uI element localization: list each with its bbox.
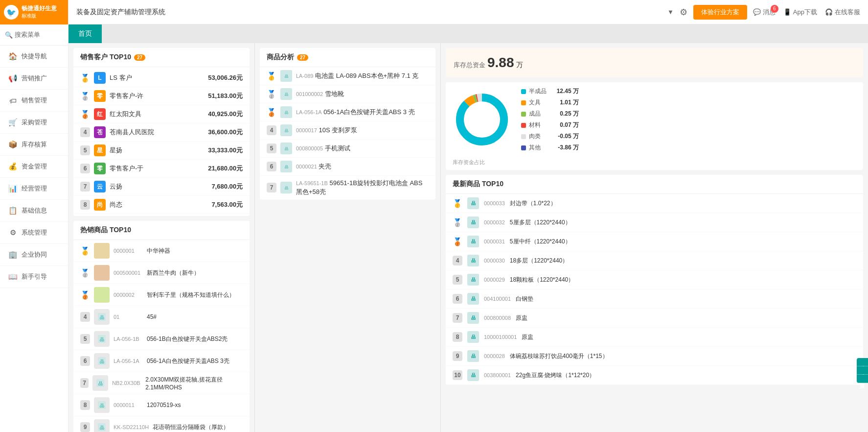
product-analysis-item: 6 品 0000021 夹壳 — [260, 158, 435, 176]
nav-icon-sales: 🏷 — [8, 96, 18, 105]
float-btn-服务社区[interactable]: 服务社区 — [857, 366, 868, 375]
hot-product-item: 4 品 01 45# — [73, 306, 250, 328]
sidebar-item-inventory[interactable]: 📦库存核算 — [0, 134, 68, 156]
rank-num-6: 6 — [267, 162, 276, 171]
customer-rank-item: 5 星 星扬 33,333.00元 — [73, 142, 250, 160]
messages-button[interactable]: 💬 消息 6 — [753, 8, 776, 17]
customer-rank-item: 6 零 零售客户-于 21,680.00元 — [73, 160, 250, 178]
latest-code: 004100001 — [484, 296, 511, 302]
latest-thumb: 品 — [467, 255, 479, 266]
sidebar-item-guide[interactable]: 📖新手引导 — [0, 266, 68, 288]
latest-product-item: 🥈 品 0000032 5厘多层（1220*2440） — [446, 213, 863, 232]
latest-code: 0000031 — [484, 239, 505, 244]
legend-value: 0.07 万 — [549, 121, 579, 129]
latest-thumb: 品 — [467, 369, 479, 381]
product-thumb: 品 — [94, 331, 110, 347]
nav-icon-marketing: 📢 — [8, 73, 18, 83]
sidebar-item-operations[interactable]: 📊经营管理 — [0, 178, 68, 200]
legend-value: 1.01 万 — [549, 98, 579, 107]
donut-chart — [453, 90, 511, 149]
legend-dot — [521, 112, 526, 117]
main-area: 装备及固定资产辅助管理系统 ▼ ⚙ 体验行业方案 💬 消息 6 📱 App下载 … — [69, 0, 868, 432]
customer-rank-list: 🥇 L LS 客户 53,006.26元 🥈 零 零售客户-许 51,183.0… — [73, 67, 250, 216]
donut-chart-container: 半成品 12.45 万 文具 1.01 万 成品 0.25 万 材料 0.07 … — [446, 82, 863, 157]
product-info: LA-089 电池盖 LA-089 ABS本色+黑种 7.1 克 — [296, 72, 429, 80]
customer-avatar: 红 — [94, 108, 106, 120]
legend-value: -3.86 万 — [549, 144, 579, 152]
product-name: 花语萌恒温分隔睡袋（厚款） — [153, 423, 229, 432]
rank-num-6: 6 — [453, 294, 462, 304]
medal-gold: 🥇 — [80, 246, 90, 256]
svg-text:品: 品 — [100, 337, 104, 342]
rank-num-5: 5 — [267, 144, 276, 153]
phone-icon: 📱 — [783, 8, 791, 16]
nav-icon-guide: 📖 — [8, 272, 18, 282]
nav-label-enterprise: 企业协同 — [22, 250, 47, 259]
float-btn-客服热线[interactable]: 客服热线 — [857, 358, 868, 366]
customer-avatar: 尚 — [94, 199, 106, 211]
product-thumb: 品 — [94, 419, 110, 432]
float-btn-直播[interactable]: 直播 — [857, 375, 868, 383]
topbar: 装备及固定资产辅助管理系统 ▼ ⚙ 体验行业方案 💬 消息 6 📱 App下载 … — [69, 0, 868, 24]
product-thumb: 品 — [94, 397, 110, 413]
system-dropdown[interactable]: ▼ — [667, 8, 674, 16]
latest-thumb: 品 — [467, 236, 479, 247]
svg-text:品: 品 — [285, 147, 288, 150]
customer-top10-header: 销售客户 TOP10 27 — [73, 48, 250, 67]
sidebar-item-finance[interactable]: 💰资金管理 — [0, 156, 68, 178]
nav-icon-finance: 💰 — [8, 162, 18, 171]
product-analysis-card: 商品分析 27 🥇 品 LA-089 电池盖 LA-089 ABS本色+黑种 7… — [260, 48, 435, 200]
sidebar-item-quick-nav[interactable]: 🏠快捷导航 — [0, 46, 68, 68]
system-name: 装备及固定资产辅助管理系统 — [76, 8, 662, 17]
sidebar-item-sales[interactable]: 🏷销售管理 — [0, 90, 68, 112]
latest-thumb: 品 — [467, 350, 479, 362]
product-info: 000800005 手机测试 — [296, 144, 429, 153]
latest-name: 18颗粒板（1220*2440） — [510, 276, 574, 284]
latest-thumb: 品 — [467, 331, 479, 343]
customer-value: 40,925.00元 — [208, 110, 243, 119]
latest-thumb: 品 — [467, 197, 479, 209]
hot-product-item: 🥉 0000002 智利车子里（规格不知道填什么） — [73, 284, 250, 306]
latest-product-item: 8 品 10000100001 原盅 — [446, 328, 863, 347]
hot-products-card: 热销商品 TOP10 🥇 0000001 中华神器 🥈 000500001 新西… — [73, 221, 250, 432]
product-name: 12070519-xs — [147, 402, 181, 408]
latest-name: 原盅 — [516, 314, 527, 322]
tab-home[interactable]: 首页 — [69, 24, 102, 43]
rank-num-9: 9 — [80, 422, 90, 432]
medal-silver: 🥈 — [80, 92, 90, 101]
sidebar-item-marketing[interactable]: 📢营销推广 — [0, 68, 68, 90]
latest-name: 5厘中纤（1220*2440） — [510, 238, 571, 246]
medal-silver: 🥈 — [80, 268, 90, 278]
rank-num-10: 10 — [453, 370, 462, 380]
latest-name: 18多层（1220*2440） — [510, 257, 568, 265]
online-service-button[interactable]: 🎧 在线客服 — [825, 8, 860, 17]
legend-dot — [521, 145, 526, 150]
svg-text:品: 品 — [285, 165, 288, 168]
sidebar-item-purchase[interactable]: 🛒采购管理 — [0, 112, 68, 134]
latest-code: 0000030 — [484, 258, 505, 264]
product-thumb-sm: 品 — [280, 161, 292, 172]
nav-label-operations: 经营管理 — [22, 184, 47, 193]
sidebar-logo: 🐦 畅捷通好生意 标准版 — [0, 0, 68, 24]
float-buttons: 客服热线服务社区直播 — [857, 358, 868, 383]
sidebar-item-basic-info[interactable]: 📋基础信息 — [0, 200, 68, 222]
customer-rank-item: 8 尚 尚态 7,563.00元 — [73, 196, 250, 214]
settings-icon[interactable]: ⚙ — [680, 7, 687, 18]
product-thumb-sm: 品 — [280, 88, 292, 100]
hot-product-item: 9 品 KK-SD22110H 花语萌恒温分隔睡袋（厚款） — [73, 416, 250, 432]
app-download-button[interactable]: 📱 App下载 — [783, 8, 817, 17]
search-menu-button[interactable]: 🔍 搜索菜单 — [5, 28, 63, 41]
sidebar-item-system[interactable]: ⚙系统管理 — [0, 222, 68, 244]
sidebar-item-enterprise[interactable]: 🏢企业协同 — [0, 244, 68, 266]
product-thumb: 品 — [94, 353, 110, 369]
rank-num-4: 4 — [80, 312, 90, 322]
content-area: 销售客户 TOP10 27 🥇 L LS 客户 53,006.26元 🥈 零 零… — [69, 43, 868, 432]
legend-item: 半成品 12.45 万 — [521, 87, 579, 96]
customer-avatar: L — [94, 72, 106, 84]
rank-num-9: 9 — [453, 351, 462, 361]
trial-button[interactable]: 体验行业方案 — [693, 5, 747, 20]
latest-product-item: 9 品 0000028 体碗荔枝味苏打饮品400毫升（1*15） — [446, 347, 863, 366]
svg-text:品: 品 — [100, 359, 104, 364]
product-thumb: 品 — [92, 375, 108, 391]
nav-label-sales: 销售管理 — [22, 96, 47, 105]
